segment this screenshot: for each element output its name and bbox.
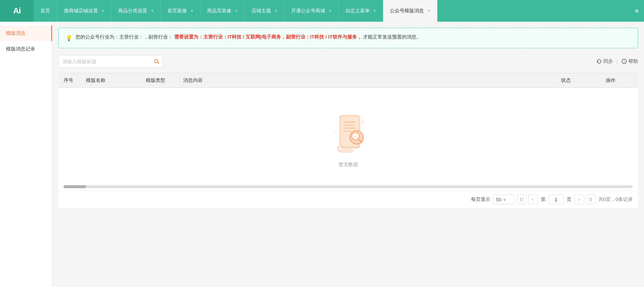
help-button[interactable]: ? 帮助 bbox=[622, 58, 638, 65]
tab-label: 商品页装修 bbox=[207, 7, 231, 14]
tab-close-icon[interactable]: × bbox=[373, 9, 376, 13]
tab-close-icon[interactable]: × bbox=[102, 9, 104, 13]
empty-state: 暂无数据 bbox=[58, 88, 638, 183]
tab-list: 首页微商城店铺设置×商品分类设置×首页装修×商品页装修×店铺主题×开通公众号商城… bbox=[34, 0, 629, 22]
svg-rect-6 bbox=[344, 125, 354, 126]
search-button[interactable] bbox=[150, 55, 163, 68]
svg-point-15 bbox=[364, 126, 365, 128]
col-index: 序号 bbox=[58, 73, 81, 88]
tab-label: 自定义菜单 bbox=[345, 7, 370, 14]
svg-rect-8 bbox=[344, 131, 351, 132]
sidebar-item-template-msg-log[interactable]: 模版消息记录 bbox=[0, 41, 52, 57]
sync-icon bbox=[597, 59, 602, 64]
tab-custom-menu[interactable]: 自定义菜单× bbox=[339, 0, 383, 22]
svg-rect-7 bbox=[344, 128, 355, 129]
divider: | bbox=[617, 59, 618, 64]
col-name: 模版名称 bbox=[81, 73, 141, 88]
last-page-button[interactable]: ⟩⟩ bbox=[586, 195, 595, 204]
content-area: 💡 您的公众号行业为：主营行业：，副营行业： 需要设置为：主营行业：IT科技 /… bbox=[52, 22, 644, 287]
tab-close-icon[interactable]: × bbox=[235, 9, 238, 13]
tab-label: 开通公众号商城 bbox=[291, 7, 325, 14]
page-size-select: 每页显示 50 ∨ bbox=[471, 195, 514, 204]
svg-rect-5 bbox=[344, 122, 356, 123]
col-status: 状态 bbox=[556, 73, 601, 88]
page-nav: ⟨⟨ ‹ 第 页 › ⟩⟩ bbox=[517, 195, 595, 204]
first-page-button[interactable]: ⟨⟨ bbox=[517, 195, 527, 204]
scroll-bar-wrap bbox=[58, 183, 638, 190]
sidebar-item-template-msg[interactable]: 模版消息 bbox=[0, 25, 52, 41]
tab-label: 首页装修 bbox=[167, 7, 187, 14]
tab-label: 商品分类设置 bbox=[118, 7, 147, 14]
data-table: 序号 模版名称 模版类型 消息内容 状态 操作 bbox=[58, 73, 638, 88]
toolbar-right: 同步 | ? 帮助 bbox=[597, 58, 638, 65]
tab-label: 微商城店铺设置 bbox=[64, 7, 98, 14]
scroll-thumb[interactable] bbox=[64, 185, 86, 188]
search-bar: 同步 | ? 帮助 bbox=[58, 55, 638, 68]
page-size-dropdown[interactable]: 50 ∨ bbox=[493, 195, 514, 204]
search-icon bbox=[154, 59, 159, 64]
tab-close-icon[interactable]: × bbox=[329, 9, 332, 13]
tab-category-settings[interactable]: 商品分类设置× bbox=[111, 0, 161, 22]
col-action: 操作 bbox=[601, 73, 638, 88]
page-label-di: 第 bbox=[541, 196, 546, 203]
search-input-wrap bbox=[58, 55, 163, 68]
next-page-button[interactable]: › bbox=[574, 195, 584, 204]
tab-label: 店铺主题 bbox=[252, 7, 271, 14]
svg-point-16 bbox=[333, 132, 335, 134]
col-type: 模版类型 bbox=[141, 73, 178, 88]
tab-close-icon[interactable]: × bbox=[275, 9, 277, 13]
chevron-down-icon: ∨ bbox=[503, 197, 506, 202]
total-info: 共0页，0条记录 bbox=[598, 196, 633, 203]
sidebar: 模版消息模版消息记录 bbox=[0, 22, 52, 287]
tab-close-icon[interactable]: × bbox=[191, 9, 193, 13]
tab-product-decor[interactable]: 商品页装修× bbox=[200, 0, 245, 22]
main-layout: 模版消息模版消息记录 💡 您的公众号行业为：主营行业：，副营行业： 需要设置为：… bbox=[0, 22, 644, 287]
page-label: 页 bbox=[567, 196, 571, 203]
col-content: 消息内容 bbox=[178, 73, 556, 88]
tab-store-theme[interactable]: 店铺主题× bbox=[245, 0, 284, 22]
search-input[interactable] bbox=[58, 55, 163, 68]
table-container: 序号 模版名称 模版类型 消息内容 状态 操作 bbox=[58, 73, 638, 208]
tab-home-decor[interactable]: 首页装修× bbox=[161, 0, 200, 22]
close-all-button[interactable]: ✕ bbox=[629, 0, 644, 22]
prev-page-button[interactable]: ‹ bbox=[528, 195, 538, 204]
empty-illustration bbox=[326, 110, 371, 155]
tab-template-msg[interactable]: 公众号模版消息× bbox=[383, 0, 437, 22]
alert-text: 您的公众号行业为：主营行业：，副营行业： 需要设置为：主营行业：IT科技 / 互… bbox=[76, 33, 421, 41]
top-nav: Ai 首页微商城店铺设置×商品分类设置×首页装修×商品页装修×店铺主题×开通公众… bbox=[0, 0, 644, 22]
tab-home[interactable]: 首页 bbox=[34, 0, 57, 22]
tab-label: 首页 bbox=[40, 7, 50, 14]
tab-close-icon[interactable]: × bbox=[151, 9, 154, 13]
tab-wsc-settings[interactable]: 微商城店铺设置× bbox=[57, 0, 111, 22]
tab-open-mall[interactable]: 开通公众号商城× bbox=[284, 0, 339, 22]
alert-icon: 💡 bbox=[65, 34, 73, 43]
pagination-bar: 每页显示 50 ∨ ⟨⟨ ‹ 第 页 › ⟩⟩ 共0页，0条记录 bbox=[58, 190, 638, 208]
svg-point-13 bbox=[354, 134, 355, 136]
svg-point-4 bbox=[338, 149, 354, 153]
help-icon: ? bbox=[622, 59, 627, 64]
sync-button[interactable]: 同步 bbox=[597, 58, 613, 65]
tab-close-icon[interactable]: × bbox=[428, 9, 430, 13]
empty-text: 暂无数据 bbox=[339, 161, 358, 168]
table-header: 序号 模版名称 模版类型 消息内容 状态 操作 bbox=[58, 73, 638, 88]
page-input[interactable] bbox=[549, 195, 564, 204]
svg-line-1 bbox=[158, 62, 159, 64]
scroll-track[interactable] bbox=[64, 185, 633, 188]
app-logo: Ai bbox=[0, 0, 34, 22]
alert-banner: 💡 您的公众号行业为：主营行业：，副营行业： 需要设置为：主营行业：IT科技 /… bbox=[58, 28, 638, 48]
tab-label: 公众号模版消息 bbox=[390, 7, 424, 14]
svg-text:?: ? bbox=[623, 60, 625, 64]
